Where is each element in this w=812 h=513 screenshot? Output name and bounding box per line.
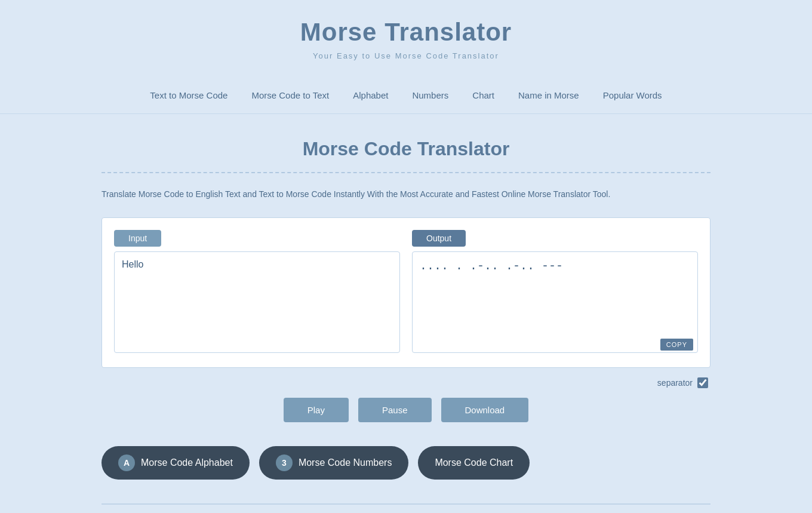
bottom-tabs: A Morse Code Alphabet 3 Morse Code Numbe…: [102, 446, 710, 480]
nav-numbers[interactable]: Numbers: [412, 88, 448, 103]
output-textarea[interactable]: .... . .-.. .-.. ---: [412, 251, 698, 353]
site-title: Morse Translator: [12, 18, 800, 47]
tab-chart-label: Morse Code Chart: [435, 457, 513, 468]
nav-alphabet[interactable]: Alphabet: [353, 88, 388, 103]
numbers-icon: 3: [276, 454, 293, 471]
play-button[interactable]: Play: [284, 398, 349, 422]
navigation: Text to Morse Code Morse Code to Text Al…: [0, 77, 812, 114]
input-textarea[interactable]: Hello: [114, 251, 400, 353]
input-panel: Input Hello: [114, 230, 400, 355]
pause-button[interactable]: Pause: [358, 398, 432, 422]
action-buttons: Play Pause Download: [102, 398, 710, 422]
separator-checkbox[interactable]: [697, 377, 708, 388]
translator-container: Input Hello Output .... . .-.. .-.. --- …: [102, 217, 710, 368]
input-label: Input: [114, 230, 161, 247]
nav-name-in-morse[interactable]: Name in Morse: [518, 88, 579, 103]
header: Morse Translator Your Easy to Use Morse …: [0, 0, 812, 60]
nav-chart[interactable]: Chart: [472, 88, 494, 103]
nav-text-to-morse[interactable]: Text to Morse Code: [150, 88, 227, 103]
download-button[interactable]: Download: [441, 398, 529, 422]
output-wrapper: .... . .-.. .-.. --- COPY: [412, 251, 698, 355]
page-title: Morse Code Translator: [102, 138, 710, 160]
output-panel: Output .... . .-.. .-.. --- COPY: [412, 230, 698, 355]
nav-morse-to-text[interactable]: Morse Code to Text: [251, 88, 329, 103]
separator-label: separator: [657, 378, 693, 388]
divider: [102, 172, 710, 173]
tab-numbers[interactable]: 3 Morse Code Numbers: [259, 446, 409, 480]
output-label: Output: [412, 230, 466, 247]
translator-panels: Input Hello Output .... . .-.. .-.. --- …: [114, 230, 698, 355]
alphabet-icon: A: [118, 454, 135, 471]
tab-chart[interactable]: Morse Code Chart: [418, 446, 530, 480]
tab-alphabet-label: Morse Code Alphabet: [141, 457, 233, 468]
tab-alphabet[interactable]: A Morse Code Alphabet: [102, 446, 250, 480]
separator-row: separator: [102, 377, 710, 388]
nav-popular-words[interactable]: Popular Words: [603, 88, 662, 103]
main-content: Morse Code Translator Translate Morse Co…: [90, 114, 722, 513]
tab-numbers-label: Morse Code Numbers: [299, 457, 392, 468]
copy-button[interactable]: COPY: [660, 339, 693, 351]
site-subtitle: Your Easy to Use Morse Code Translator: [12, 51, 800, 60]
what-is-section: What is Morse code? Morse code uses sequ…: [102, 503, 710, 513]
description: Translate Morse Code to English Text and…: [102, 188, 710, 201]
